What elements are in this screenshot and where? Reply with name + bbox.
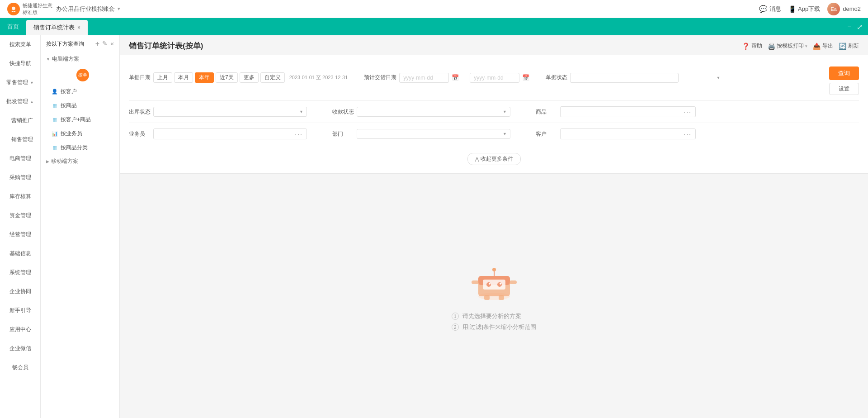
- scheme-group-pc[interactable]: ▼ 电脑端方案: [41, 52, 119, 66]
- marketing-label: 营销推广: [11, 117, 33, 124]
- scheme-collapse-icon[interactable]: «: [110, 40, 114, 48]
- collapse-button[interactable]: ⋀ 收起更多条件: [467, 153, 521, 165]
- collapse-icon: ⋀: [475, 157, 479, 162]
- ship-status-select-wrapper[interactable]: [153, 107, 307, 117]
- sidebar-item-purchase[interactable]: 采购管理: [0, 168, 40, 187]
- sidebar-item-marketing[interactable]: 营销推广: [0, 111, 40, 130]
- date-btn-more[interactable]: 更多: [240, 72, 259, 83]
- app-download-button[interactable]: 📱 App下载: [788, 5, 820, 13]
- sidebar-item-finance[interactable]: 资金管理: [0, 206, 40, 225]
- window-maximize-icon[interactable]: ⤢: [857, 23, 863, 31]
- dropdown-icon[interactable]: ▾: [118, 6, 120, 12]
- enterprise-label: 企业协同: [9, 288, 31, 294]
- tab-close-icon[interactable]: ×: [77, 24, 80, 31]
- payment-status-select-wrapper[interactable]: [357, 107, 510, 117]
- scheme-group-mobile[interactable]: ▶ 移动端方案: [41, 155, 119, 168]
- scheme-item-by-category[interactable]: ▦ 按商品分类: [41, 141, 119, 155]
- filter-divider-2: [129, 123, 859, 123]
- sidebar-item-retail[interactable]: 零售管理 ▼: [0, 73, 40, 92]
- scheme-item-by-customer-goods[interactable]: ▦ 按客户+商品: [41, 113, 119, 127]
- sidebar-item-app-center[interactable]: 应用中心: [0, 320, 40, 339]
- date-btn-cur-month[interactable]: 本月: [174, 72, 193, 83]
- bill-status-select-wrapper[interactable]: [570, 73, 724, 83]
- scheme-panel: 按以下方案查询 + ✎ « ▼ 电脑端方案 按单 👤 按客户: [41, 35, 120, 418]
- salesperson-select[interactable]: ···: [153, 128, 307, 139]
- expected-date-start-input[interactable]: [399, 73, 449, 83]
- scheme-item-by-order[interactable]: 按单: [41, 66, 119, 85]
- date-btn-custom[interactable]: 自定义: [260, 72, 285, 83]
- scheme-edit-icon[interactable]: ✎: [102, 40, 108, 48]
- filter-customer: 客户 ···: [536, 128, 696, 139]
- user-area[interactable]: Ea demo2: [827, 3, 861, 15]
- scheme-group-pc-label: 电脑端方案: [52, 55, 79, 63]
- purchase-label: 采购管理: [9, 174, 31, 180]
- goods-select[interactable]: ···: [560, 106, 696, 117]
- sidebar-item-inventory[interactable]: 库存核算: [0, 187, 40, 206]
- date-btn-year[interactable]: 本年: [195, 72, 214, 83]
- dept-label: 部门: [332, 130, 354, 138]
- sidebar-item-wechat[interactable]: 企业微信: [0, 339, 40, 358]
- help-button[interactable]: ❓ 帮助: [742, 42, 762, 50]
- settings-button[interactable]: 设置: [829, 83, 859, 95]
- wechat-label: 企业微信: [9, 345, 31, 352]
- date-btn-prev-month[interactable]: 上月: [153, 72, 172, 83]
- scheme-item-by-goods[interactable]: ▦ 按商品: [41, 99, 119, 113]
- date-range-display: 2023-01-01 至 2023-12-31: [289, 74, 348, 81]
- goods-dots: ···: [684, 108, 692, 115]
- scheme-item-by-customer[interactable]: 👤 按客户: [41, 85, 119, 99]
- salesperson-label: 业务员: [129, 130, 151, 138]
- collapse-section: ⋀ 收起更多条件: [120, 147, 868, 174]
- empty-hint-1: 1 请先选择要分析的方案: [452, 312, 536, 320]
- sidebar-item-new-guide[interactable]: 新手引导: [0, 301, 40, 320]
- refresh-button[interactable]: 🔄 刷新: [839, 42, 859, 50]
- filter-row-1: 单据日期 上月 本月 本年 近7天 更多 自定义 2023-01-01 至 20…: [129, 60, 859, 95]
- filter-divider-1: [129, 100, 859, 101]
- date-btn-7days[interactable]: 近7天: [216, 72, 238, 83]
- scheme-salesperson-icon: 📊: [52, 131, 58, 137]
- sidebar-item-sys-admin[interactable]: 系统管理: [0, 263, 40, 282]
- message-button[interactable]: 💬 消息: [759, 5, 781, 13]
- scheme-customer-icon: 👤: [52, 89, 58, 95]
- expected-date-end-input[interactable]: [470, 73, 519, 83]
- sidebar-item-member[interactable]: 畅会员: [0, 358, 40, 377]
- filter-payment-status: 收款状态: [332, 107, 510, 117]
- window-minimize-icon[interactable]: －: [846, 22, 853, 32]
- sidebar-item-search[interactable]: 搜索菜单: [0, 35, 40, 54]
- bill-status-select[interactable]: [570, 73, 679, 83]
- app-title-bar[interactable]: 办公用品行业模拟账套 ▾: [56, 5, 120, 13]
- tab-sales-order[interactable]: 销售订单统计表 ×: [26, 20, 88, 35]
- payment-status-select[interactable]: [357, 107, 510, 117]
- sidebar-item-basic-info[interactable]: 基础信息: [0, 244, 40, 263]
- svg-rect-14: [499, 295, 504, 300]
- scheme-panel-header: 按以下方案查询 + ✎ «: [41, 35, 119, 52]
- calendar-start-icon[interactable]: 📅: [452, 74, 459, 81]
- dept-select-wrapper[interactable]: [357, 129, 510, 139]
- empty-hint-2: 2 用[过滤]条件来缩小分析范围: [452, 323, 536, 331]
- sidebar-item-management[interactable]: 经营管理: [0, 225, 40, 244]
- sys-admin-label: 系统管理: [9, 269, 31, 276]
- export-button[interactable]: 📤 导出: [813, 42, 833, 50]
- print-template-button[interactable]: 🖨️ 按模板打印 ▾: [768, 42, 807, 50]
- dept-select[interactable]: [357, 129, 510, 139]
- calendar-end-icon[interactable]: 📅: [522, 74, 529, 81]
- customer-select[interactable]: ···: [560, 128, 696, 139]
- scheme-group-mobile-label: 移动端方案: [51, 157, 78, 165]
- ship-status-select[interactable]: [153, 107, 307, 117]
- scheme-add-icon[interactable]: +: [95, 40, 99, 48]
- scheme-group-pc-arrow: ▼: [46, 57, 50, 62]
- svg-point-0: [12, 6, 15, 10]
- sidebar-item-quick-nav[interactable]: 快捷导航: [0, 54, 40, 73]
- query-button[interactable]: 查询: [829, 66, 859, 80]
- sidebar-item-enterprise[interactable]: 企业协同: [0, 282, 40, 301]
- scheme-panel-actions: + ✎ «: [95, 40, 114, 48]
- scheme-item-by-salesperson[interactable]: 📊 按业务员: [41, 127, 119, 141]
- sidebar: 搜索菜单 快捷导航 零售管理 ▼ 批发管理 ▲ 营销推广 销售管理 电商管理 采: [0, 35, 41, 418]
- svg-rect-13: [484, 295, 490, 300]
- tab-bar: 首页 销售订单统计表 × － ⤢: [0, 18, 868, 35]
- sidebar-item-wholesale[interactable]: 批发管理 ▲: [0, 92, 40, 111]
- sidebar-item-ecommerce[interactable]: 电商管理: [0, 149, 40, 168]
- sidebar-item-sales[interactable]: 销售管理: [0, 130, 40, 149]
- main-content: 销售订单统计表(按单) ❓ 帮助 🖨️ 按模板打印 ▾ 📤 导出: [120, 35, 868, 418]
- scheme-panel-title: 按以下方案查询: [46, 40, 84, 48]
- tab-home[interactable]: 首页: [0, 18, 26, 35]
